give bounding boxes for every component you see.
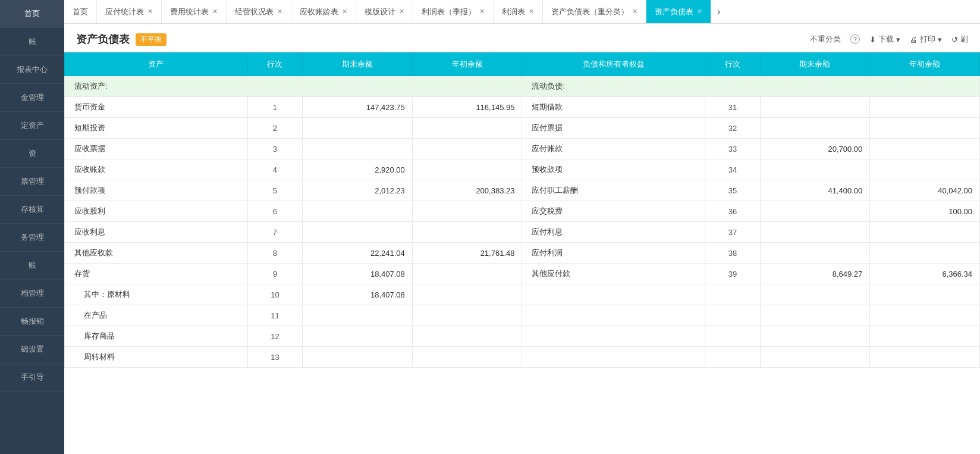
- sidebar-item-expense[interactable]: 畅报销: [0, 308, 64, 336]
- end-balance2: 41,400.00: [760, 180, 870, 201]
- begin-balance: [412, 284, 522, 305]
- tab-payable-close[interactable]: ✕: [147, 8, 153, 15]
- tab-balance-reclassify-close[interactable]: ✕: [632, 8, 637, 15]
- help-icon[interactable]: ?: [850, 35, 860, 44]
- tab-home[interactable]: 首页: [64, 0, 97, 23]
- liability-name: 应付职工薪酬: [522, 180, 705, 201]
- sidebar-item-account[interactable]: 账: [0, 28, 64, 56]
- row-number: 6: [247, 201, 302, 222]
- asset-name: 存货: [65, 264, 248, 284]
- asset-name: 其他应收款: [65, 243, 248, 264]
- begin-balance: 116,145.95: [412, 97, 522, 118]
- tab-balance-reclassify[interactable]: 资产负债表（重分类） ✕: [543, 0, 646, 23]
- sidebar-item-asset[interactable]: 资: [0, 140, 64, 168]
- table-row: 应收利息 7 应付利息 37: [65, 222, 980, 243]
- row-number2: [705, 326, 760, 347]
- row-number2: 37: [705, 222, 760, 243]
- sidebar-item-fixed-assets[interactable]: 定资产: [0, 112, 64, 140]
- page-header: 资产负债表 不平衡 不重分类 ? ⬇ 下载 ▾ 🖨 打印 ▾ ↺ 刷: [64, 24, 980, 52]
- end-balance: [303, 118, 413, 139]
- end-balance2: [760, 347, 870, 368]
- page-title: 资产负债表: [76, 32, 130, 46]
- table-row: 其中：原材料 10 18,407.08: [65, 284, 980, 305]
- end-balance: [303, 305, 413, 326]
- asset-name: 预付款项: [65, 180, 248, 201]
- begin-balance: 200,383.23: [412, 180, 522, 201]
- liability-name: [522, 326, 705, 347]
- sidebar-item-finance[interactable]: 金管理: [0, 84, 64, 112]
- end-balance: [303, 139, 413, 159]
- download-button[interactable]: ⬇ 下载 ▾: [869, 34, 900, 45]
- liability-name: 应付票据: [522, 118, 705, 139]
- begin-balance2: [870, 97, 980, 118]
- tab-more-button[interactable]: ›: [711, 0, 726, 23]
- end-balance: [303, 326, 413, 347]
- tab-receivable-age[interactable]: 应收账龄表 ✕: [291, 0, 356, 23]
- print-icon: 🖨: [910, 35, 918, 44]
- tab-operation-close[interactable]: ✕: [277, 8, 282, 15]
- row-number: 9: [247, 264, 302, 284]
- end-balance: [303, 347, 413, 368]
- begin-balance: [412, 159, 522, 180]
- sidebar-item-settings[interactable]: 础设置: [0, 336, 64, 364]
- sidebar-item-archive[interactable]: 档管理: [0, 280, 64, 308]
- sidebar-item-home[interactable]: 首页: [0, 0, 64, 28]
- end-balance2: [760, 201, 870, 222]
- download-icon: ⬇: [869, 35, 876, 44]
- asset-name: 应收股利: [65, 201, 248, 222]
- tab-operation[interactable]: 经营状况表 ✕: [227, 0, 291, 23]
- tab-profit[interactable]: 利润表 ✕: [494, 0, 543, 23]
- sidebar-item-inventory[interactable]: 存核算: [0, 196, 64, 224]
- tab-profit-quarterly-label: 利润表（季报）: [422, 7, 476, 17]
- end-balance: 22,241.04: [303, 243, 413, 264]
- end-balance2: 8,649.27: [760, 264, 870, 284]
- row-number2: [705, 284, 760, 305]
- begin-balance: [412, 139, 522, 159]
- col-asset: 资产: [65, 53, 248, 76]
- row-number: 4: [247, 159, 302, 180]
- end-balance2: [760, 159, 870, 180]
- tab-payable[interactable]: 应付统计表 ✕: [97, 0, 162, 23]
- end-balance2: 20,700.00: [760, 139, 870, 159]
- section-right-label: 流动负债:: [522, 76, 980, 97]
- liability-name: 应付利润: [522, 243, 705, 264]
- tab-profit-quarterly-close[interactable]: ✕: [479, 8, 485, 15]
- col-end-balance: 期末余额: [303, 53, 413, 76]
- report-table: 资产 行次 期末余额 年初余额 负债和所有者权益 行次 期末余额 年初余额 流动…: [64, 52, 980, 368]
- tab-profit-close[interactable]: ✕: [529, 8, 534, 15]
- page-actions: 不重分类 ? ⬇ 下载 ▾ 🖨 打印 ▾ ↺ 刷: [810, 34, 968, 45]
- sidebar-item-invoice[interactable]: 票管理: [0, 168, 64, 196]
- tab-balance[interactable]: 资产负债表 ✕: [646, 0, 711, 23]
- asset-name: 应收账款: [65, 159, 248, 180]
- col-liability-equity: 负债和所有者权益: [522, 53, 705, 76]
- refresh-label: 刷: [960, 34, 968, 45]
- tab-expense-close[interactable]: ✕: [212, 8, 218, 15]
- print-button[interactable]: 🖨 打印 ▾: [910, 34, 942, 45]
- tab-balance-close[interactable]: ✕: [697, 8, 702, 15]
- end-balance2: [760, 284, 870, 305]
- begin-balance2: [870, 159, 980, 180]
- download-label: 下载: [878, 34, 894, 45]
- print-chevron-icon: ▾: [938, 35, 942, 44]
- begin-balance2: 40,042.00: [870, 180, 980, 201]
- sidebar: 首页 账 报表中心 金管理 定资产 资 票管理 存核算 务管理 账 档管理 畅报…: [0, 0, 64, 454]
- end-balance: 18,407.08: [303, 284, 413, 305]
- tab-template[interactable]: 模版设计 ✕: [356, 0, 413, 23]
- sidebar-item-report[interactable]: 报表中心: [0, 56, 64, 84]
- refresh-button[interactable]: ↺ 刷: [951, 34, 968, 45]
- tab-receivable-age-close[interactable]: ✕: [342, 8, 347, 15]
- row-number: 12: [247, 326, 302, 347]
- tab-profit-quarterly[interactable]: 利润表（季报） ✕: [413, 0, 494, 23]
- row-number: 10: [247, 284, 302, 305]
- sidebar-item-guide[interactable]: 手引导: [0, 364, 64, 392]
- liability-name: 应付账款: [522, 139, 705, 159]
- begin-balance2: [870, 347, 980, 368]
- tab-expense[interactable]: 费用统计表 ✕: [162, 0, 227, 23]
- row-number2: 31: [705, 97, 760, 118]
- row-number2: 34: [705, 159, 760, 180]
- begin-balance: [412, 347, 522, 368]
- sidebar-item-task[interactable]: 务管理: [0, 224, 64, 252]
- end-balance2: [760, 305, 870, 326]
- tab-template-close[interactable]: ✕: [399, 8, 404, 15]
- sidebar-item-ledger[interactable]: 账: [0, 252, 64, 280]
